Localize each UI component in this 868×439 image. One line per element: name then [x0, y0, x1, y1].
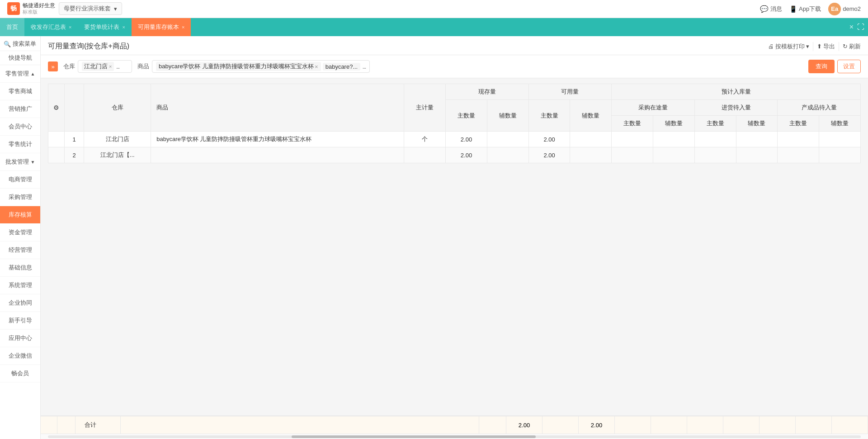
- row1-product: babycare学饮杯 儿童防摔防撞吸管杯重力球吸嘴杯宝宝水杯: [151, 132, 404, 147]
- tab-inventory[interactable]: 可用量库存账本 ×: [132, 18, 191, 36]
- sidebar-nav-label: 快捷导航: [9, 54, 32, 61]
- filter-actions: 查询 设置: [808, 60, 861, 73]
- footer-available-aux: [615, 416, 651, 434]
- row2-product: [151, 147, 404, 163]
- row1-pur-pending-aux: [736, 132, 778, 147]
- app-download-btn[interactable]: 📱 App下载: [789, 5, 821, 13]
- tab-orders[interactable]: 要货单统计表 ×: [78, 18, 131, 36]
- sidebar-members-label: 畅会员: [11, 369, 29, 378]
- message-label: 消息: [770, 5, 782, 13]
- filter-expand-btn[interactable]: »: [48, 61, 58, 71]
- warehouse-input[interactable]: 江北门店 × ...: [78, 60, 132, 73]
- top-bar-right: 💬 消息 📱 App下载 Ea demo2: [760, 3, 861, 15]
- sidebar-item-operations[interactable]: 经营管理: [0, 241, 40, 259]
- table-footer: 合计 2.00 2.00: [41, 415, 868, 434]
- product-more[interactable]: ...: [362, 62, 365, 71]
- logo-text-block: 畅捷通好生意 标准版: [23, 2, 55, 15]
- top-bar: 畅 畅捷通好生意 标准版 母婴行业演示账套 ▾ 💬 消息 📱 App下载 Ea …: [0, 0, 868, 18]
- table-row: 2 江北门店【... 2.00 2.00: [48, 147, 861, 163]
- sidebar-item-finance[interactable]: 资金管理: [0, 224, 40, 241]
- scrollbar-track[interactable]: [48, 435, 861, 438]
- row1-pur-pending-main: [694, 132, 736, 147]
- sidebar-item-members[interactable]: 畅会员: [0, 365, 40, 382]
- sidebar-item-retail-mgmt[interactable]: 零售管理 ▲: [0, 65, 40, 83]
- warehouse-more[interactable]: ...: [116, 62, 119, 71]
- search-icon: 🔍: [4, 41, 11, 47]
- row1-warehouse: 江北门店: [84, 132, 151, 147]
- warehouse-label: 仓库: [63, 62, 75, 71]
- sidebar-newbie-label: 新手引导: [9, 316, 32, 325]
- product-tag-1: babycare学饮杯 儿童防摔防撞吸管杯重力球吸嘴杯宝宝水杯 ×: [156, 62, 321, 71]
- tab-orders-close[interactable]: ×: [122, 24, 125, 30]
- sidebar-item-member[interactable]: 会员中心: [0, 118, 40, 136]
- sidebar-item-retail-stats[interactable]: 零售统计: [0, 136, 40, 153]
- product-tag-1-close[interactable]: ×: [315, 63, 318, 70]
- refresh-btn[interactable]: ↻ 刷新: [843, 42, 861, 51]
- footer-empty-1: [41, 416, 57, 434]
- th-prod-pending-sub: 产成品待入量: [778, 100, 861, 116]
- export-btn[interactable]: ⬆ 导出: [817, 42, 835, 51]
- th-available-aux: 辅数量: [570, 100, 612, 132]
- sidebar-purchase-label: 采购管理: [9, 193, 32, 201]
- th-prod-pending-aux: 辅数量: [819, 116, 861, 132]
- row1-current-main: 2.00: [446, 132, 487, 147]
- warehouse-tag-close[interactable]: ×: [109, 64, 112, 69]
- sidebar-item-system[interactable]: 系统管理: [0, 277, 40, 294]
- user-profile[interactable]: Ea demo2: [828, 3, 861, 15]
- row1-available-main: 2.00: [528, 132, 570, 147]
- tab-receipts[interactable]: 收发存汇总表 ×: [24, 18, 78, 36]
- scrollbar-thumb[interactable]: [292, 435, 535, 438]
- sidebar-item-ecommerce[interactable]: 电商管理: [0, 171, 40, 189]
- sidebar-retail-mgmt-label: 零售管理: [5, 70, 29, 78]
- settings-btn[interactable]: 设置: [837, 60, 861, 73]
- sidebar-quick-nav[interactable]: 快捷导航: [0, 51, 40, 65]
- row2-warehouse: 江北门店【...: [84, 147, 151, 163]
- th-pur-pending-sub: 进货待入量: [694, 100, 778, 116]
- sidebar-item-newbie[interactable]: 新手引导: [0, 312, 40, 330]
- sidebar-item-app-center[interactable]: 应用中心: [0, 330, 40, 347]
- dropdown-icon: ▾: [114, 5, 117, 12]
- th-warehouse: 仓库: [84, 84, 151, 132]
- footer-empty-unit: [479, 416, 506, 434]
- tab-receipts-close[interactable]: ×: [69, 24, 71, 30]
- template-print-btn[interactable]: 🖨 按模板打印 ▾: [768, 42, 809, 51]
- row1-available-aux: [570, 132, 612, 147]
- sidebar-item-purchase[interactable]: 采购管理: [0, 189, 40, 206]
- refresh-label: 刷新: [849, 42, 861, 51]
- product-input[interactable]: babycare学饮杯 儿童防摔防撞吸管杯重力球吸嘴杯宝宝水杯 × babyca…: [152, 60, 370, 73]
- th-settings[interactable]: [48, 84, 65, 132]
- avatar: Ea: [828, 3, 841, 15]
- sidebar-item-retail-mall[interactable]: 零售商城: [0, 83, 40, 100]
- product-tag-1-text: babycare学饮杯 儿童防摔防撞吸管杯重力球吸嘴杯宝宝水杯: [159, 62, 314, 71]
- maximize-btn[interactable]: ⛶: [857, 23, 864, 31]
- sidebar-wechat-label: 企业微信: [9, 352, 32, 360]
- tab-home-label: 首页: [6, 23, 18, 31]
- industry-selector[interactable]: 母婴行业演示账套 ▾: [59, 2, 122, 15]
- sidebar-item-inventory-check[interactable]: 库存核算: [0, 206, 40, 224]
- footer-table: 合计 2.00 2.00: [41, 416, 868, 434]
- sidebar-item-marketing[interactable]: 营销推广: [0, 100, 40, 118]
- sidebar-item-basic-info[interactable]: 基础信息: [0, 259, 40, 277]
- table-row: 1 江北门店 babycare学饮杯 儿童防摔防撞吸管杯重力球吸嘴杯宝宝水杯 个…: [48, 132, 861, 147]
- product-tags: babycare学饮杯 儿童防摔防撞吸管杯重力球吸嘴杯宝宝水杯 × babyca…: [156, 62, 360, 71]
- row2-current-main: 2.00: [446, 147, 487, 163]
- footer-empty-3: [120, 416, 479, 434]
- sidebar-item-wholesale[interactable]: 批发管理 ▼: [0, 153, 40, 171]
- sidebar-item-enterprise[interactable]: 企业协同: [0, 294, 40, 312]
- sidebar-retail-mall-label: 零售商城: [9, 87, 32, 95]
- sidebar-ecommerce-label: 电商管理: [9, 175, 32, 184]
- th-pur-pending-main: 主数量: [694, 116, 736, 132]
- tab-home[interactable]: 首页: [0, 18, 24, 36]
- sidebar-item-wechat[interactable]: 企业微信: [0, 347, 40, 365]
- footer-label: 合计: [75, 416, 120, 434]
- row2-pur-pending-main: [694, 147, 736, 163]
- message-btn[interactable]: 💬 消息: [760, 5, 782, 13]
- export-label: 导出: [823, 42, 835, 51]
- close-all-tabs[interactable]: ×: [849, 23, 854, 31]
- tab-inventory-close[interactable]: ×: [182, 24, 184, 30]
- sidebar-search[interactable]: 🔍 搜索菜单: [0, 36, 40, 51]
- query-btn[interactable]: 查询: [808, 60, 835, 73]
- scrollbar-area: [41, 434, 868, 439]
- th-pur-transit-main: 主数量: [612, 116, 653, 132]
- table-wrapper[interactable]: 仓库 商品 主计量 现存量 可用量 预计入库量 主数量 辅数量 主数量 辅数量 …: [41, 78, 868, 415]
